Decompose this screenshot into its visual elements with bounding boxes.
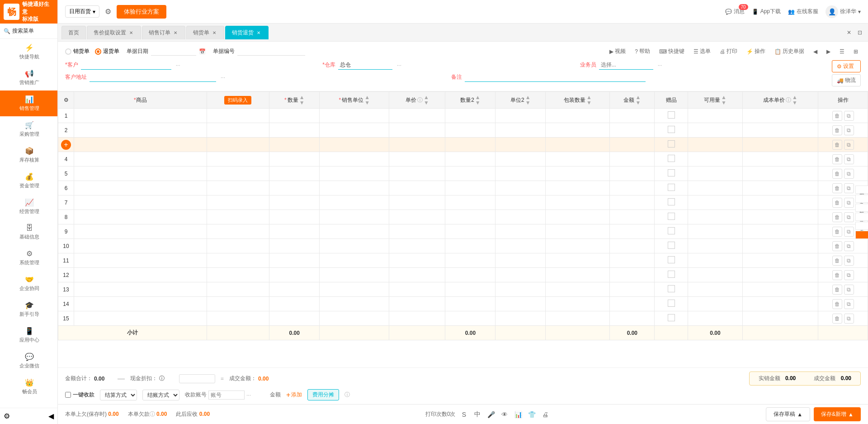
available-cell[interactable] (688, 138, 743, 152)
app-download-button[interactable]: 📱 App下载 (752, 8, 781, 15)
quantity2-cell[interactable] (445, 224, 495, 239)
product-input[interactable] (77, 142, 204, 148)
tool-icon-7[interactable]: 🖨 (540, 410, 550, 419)
amount-cell[interactable] (610, 239, 655, 253)
available-cell[interactable] (688, 109, 743, 123)
unit2-cell[interactable] (495, 181, 546, 195)
available-cell[interactable] (688, 123, 743, 138)
quantity2-cell[interactable] (445, 282, 495, 297)
video-btn[interactable]: ▶ 视频 (607, 46, 628, 57)
copy-row-button[interactable]: ⧉ (844, 299, 854, 309)
gift-cell[interactable] (655, 181, 688, 195)
delete-row-button[interactable]: 🗑 (832, 299, 842, 309)
delete-row-button[interactable]: 🗑 (832, 198, 842, 208)
unit2-cell[interactable] (495, 239, 546, 253)
copy-row-button[interactable]: ⧉ (844, 270, 854, 280)
quantity-cell[interactable] (269, 181, 320, 195)
next-record-btn[interactable]: ▶ (824, 47, 833, 56)
help-btn[interactable]: ? 帮助 (632, 46, 653, 57)
gift-cell[interactable] (655, 253, 688, 268)
sale-unit-cell[interactable] (320, 109, 389, 123)
unit-price-cell[interactable] (389, 297, 445, 311)
available-cell[interactable] (688, 152, 743, 167)
shortcuts-btn[interactable]: ⌨ 快捷键 (656, 46, 687, 57)
product-cell[interactable] (74, 282, 207, 297)
pkg-qty-cell[interactable] (546, 297, 610, 311)
gift-cell[interactable] (655, 282, 688, 297)
pkg-qty-cell[interactable] (546, 282, 610, 297)
sidebar-item-basic[interactable]: 🗄 基础信息 (0, 219, 57, 245)
tab-sale-return[interactable]: 销货退货 ✕ (225, 26, 269, 39)
unit2-cell[interactable] (495, 123, 546, 138)
tab-close-icon[interactable]: ✕ (128, 29, 134, 36)
gift-checkbox[interactable] (668, 256, 675, 263)
delete-row-button[interactable]: 🗑 (832, 241, 842, 251)
user-menu[interactable]: 👤 徐泽华 ▾ (826, 5, 861, 18)
unit-price-cell[interactable] (389, 138, 445, 152)
cost-price-cell[interactable] (742, 167, 818, 181)
unit-price-cell[interactable] (389, 109, 445, 123)
gift-cell[interactable] (655, 138, 688, 152)
sidebar-item-inventory[interactable]: 📦 库存核算 (0, 142, 57, 168)
available-cell[interactable] (688, 224, 743, 239)
product-cell[interactable] (74, 123, 207, 138)
fee-split-button[interactable]: 费用分摊 (307, 389, 339, 400)
delete-row-button[interactable]: 🗑 (832, 256, 842, 266)
copy-row-button[interactable]: ⧉ (844, 125, 854, 135)
quantity2-cell[interactable] (445, 297, 495, 311)
available-cell[interactable] (688, 210, 743, 224)
pkg-qty-cell[interactable] (546, 224, 610, 239)
cost-price-cell[interactable] (742, 123, 818, 138)
gift-cell[interactable] (655, 210, 688, 224)
product-cell[interactable] (74, 181, 207, 195)
logistics-button[interactable]: 🚚 物流 (832, 74, 861, 86)
amount-cell[interactable] (610, 311, 655, 326)
sidebar-item-purchase[interactable]: 🛒 采购管理 (0, 116, 57, 142)
gift-cell[interactable] (655, 109, 688, 123)
copy-row-button[interactable]: ⧉ (844, 227, 854, 237)
table-gear-header[interactable]: ⚙ (58, 92, 74, 109)
cash-discount-input[interactable] (179, 374, 215, 383)
billing-select[interactable]: 结账方式 (142, 390, 179, 400)
gear-icon[interactable]: ⚙ (105, 7, 111, 16)
industry-select[interactable]: 日用百货 ▾ (65, 5, 99, 18)
cost-price-cell[interactable] (742, 181, 818, 195)
unit-price-cell[interactable] (389, 210, 445, 224)
amount-cell[interactable] (610, 138, 655, 152)
cost-price-cell[interactable] (742, 210, 818, 224)
unit-price-cell[interactable] (389, 123, 445, 138)
gift-cell[interactable] (655, 239, 688, 253)
delete-row-button[interactable]: 🗑 (832, 270, 842, 280)
amount-cell[interactable] (610, 282, 655, 297)
cost-price-cell[interactable] (742, 138, 818, 152)
tab-close-icon[interactable]: ✕ (211, 29, 217, 36)
gift-checkbox[interactable] (668, 169, 675, 176)
cost-price-cell[interactable] (742, 239, 818, 253)
product-cell[interactable] (74, 195, 207, 210)
unit-price-cell[interactable] (389, 311, 445, 326)
quantity2-cell[interactable] (445, 210, 495, 224)
sidebar-item-shortcut[interactable]: ⚡ 快捷导航 (0, 39, 57, 65)
radio-return[interactable]: 退货单 (95, 48, 119, 55)
tool-icon-5[interactable]: 📊 (513, 410, 523, 419)
float-note-btn[interactable]: 备注 (855, 195, 868, 203)
gift-checkbox[interactable] (668, 126, 675, 133)
pkg-qty-cell[interactable] (546, 181, 610, 195)
cost-price-cell[interactable] (742, 224, 818, 239)
unit2-cell[interactable] (495, 195, 546, 210)
pkg-qty-cell[interactable] (546, 167, 610, 181)
amount-cell[interactable] (610, 167, 655, 181)
quantity-cell[interactable] (269, 123, 320, 138)
scan-button[interactable]: 扫码录入 (224, 96, 251, 105)
sidebar-item-appstore[interactable]: 📱 应用中心 (0, 322, 57, 348)
available-cell[interactable] (688, 195, 743, 210)
copy-row-button[interactable]: ⧉ (844, 154, 854, 164)
product-cell[interactable] (74, 268, 207, 282)
gift-checkbox[interactable] (668, 242, 675, 249)
sale-unit-cell[interactable] (320, 268, 389, 282)
warehouse-input[interactable] (338, 60, 392, 70)
sale-unit-cell[interactable] (320, 282, 389, 297)
delete-row-button[interactable]: 🗑 (832, 125, 842, 135)
sidebar-item-operation[interactable]: 📈 经营管理 (0, 194, 57, 219)
copy-row-button[interactable]: ⧉ (844, 241, 854, 251)
